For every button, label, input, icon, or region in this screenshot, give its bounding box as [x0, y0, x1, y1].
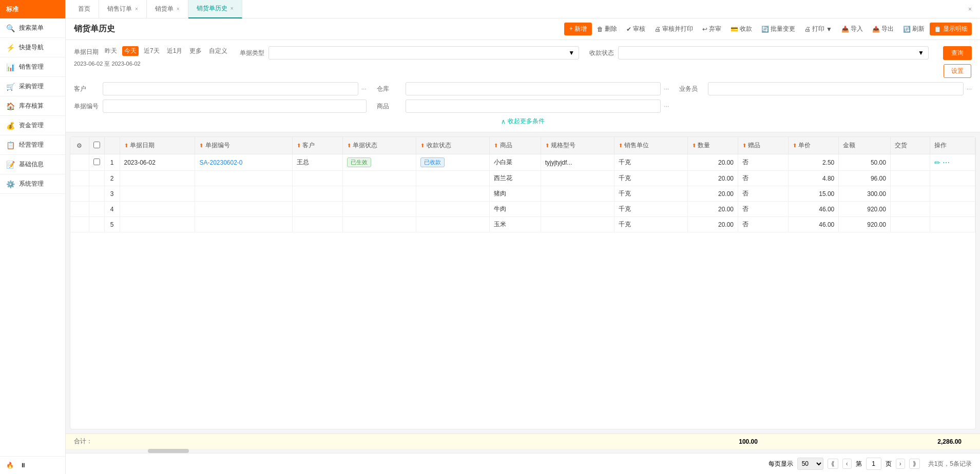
delete-button[interactable]: 🗑 删除: [593, 23, 621, 35]
staff-ellipsis[interactable]: ···: [967, 85, 972, 92]
sidebar-item-purchase-mgmt[interactable]: 🛒 采购管理: [0, 77, 65, 96]
table-header-spec[interactable]: ⬆ 规格型号: [541, 137, 614, 154]
clipboard-icon: 📋: [6, 141, 15, 149]
row-check[interactable]: [89, 154, 104, 171]
row-check[interactable]: [89, 171, 104, 186]
collect-button[interactable]: 💳 收款: [726, 23, 756, 35]
refresh-button[interactable]: 🔃 刷新: [899, 23, 929, 35]
tab-home[interactable]: 首页: [70, 0, 99, 18]
batch-change-button[interactable]: 🔄 批量变更: [757, 23, 799, 35]
next-page-button[interactable]: ›: [896, 459, 905, 469]
customer-input[interactable]: [103, 82, 358, 95]
goods-input[interactable]: [406, 100, 661, 113]
date-shortcut-today[interactable]: 今天: [122, 46, 139, 56]
tab-sales-delivery[interactable]: 销货单 ×: [147, 0, 188, 18]
scrollbar-thumb[interactable]: [148, 449, 189, 453]
sidebar-item-sys-mgmt[interactable]: ⚙️ 系统管理: [0, 174, 65, 194]
prev-page-button[interactable]: ‹: [842, 459, 852, 469]
pay-status-badge: 已收款: [420, 157, 445, 167]
footer-total-qty: 100.00: [710, 438, 786, 445]
date-shortcut-yesterday[interactable]: 昨天: [103, 46, 119, 56]
sidebar-item-sales-mgmt[interactable]: 📊 销售管理: [0, 57, 65, 77]
pause-icon[interactable]: ⏸: [20, 462, 26, 469]
doc-no-link[interactable]: SA-20230602-0: [199, 159, 242, 166]
date-shortcut-more[interactable]: 更多: [187, 46, 204, 56]
select-all-checkbox[interactable]: [93, 142, 100, 148]
more-icon[interactable]: ⋯: [943, 159, 950, 167]
horizontal-scrollbar[interactable]: [66, 449, 980, 453]
goods-ellipsis[interactable]: ···: [664, 103, 669, 110]
audit-button[interactable]: ✔ 审核: [622, 23, 649, 35]
new-button[interactable]: + 新增: [564, 23, 592, 35]
page-number-input[interactable]: [866, 458, 881, 470]
table-header-doc-no[interactable]: ⬆ 单据编号: [195, 137, 292, 154]
row-doc-no[interactable]: [195, 217, 292, 232]
row-checkbox[interactable]: [93, 159, 100, 165]
table-header-date[interactable]: ⬆ 单据日期: [120, 137, 195, 154]
table-header-check[interactable]: [89, 137, 104, 154]
sidebar-item-ops-mgmt[interactable]: 📋 经营管理: [0, 135, 65, 155]
show-detail-button[interactable]: 📋 显示明细: [930, 23, 972, 35]
sidebar-item-finance-mgmt[interactable]: 💰 资金管理: [0, 116, 65, 135]
tab-close-icon[interactable]: ×: [135, 6, 138, 12]
table-header-gear[interactable]: ⚙: [70, 137, 89, 154]
warehouse-ellipsis[interactable]: ···: [664, 85, 669, 92]
table-header-doc-status[interactable]: ⬆ 单据状态: [343, 137, 416, 154]
row-doc-no[interactable]: SA-20230602-0: [195, 154, 292, 171]
doc-type-select[interactable]: ▼: [268, 46, 579, 60]
row-customer: [292, 171, 342, 186]
collapse-filter-button[interactable]: ∧ 收起更多条件: [74, 117, 972, 126]
sort-icon: ⬆: [742, 143, 746, 148]
doc-no-input[interactable]: [103, 100, 367, 113]
fire-icon[interactable]: 🔥: [6, 462, 14, 469]
table-header-price[interactable]: ⬆ 单价: [789, 137, 839, 154]
table-header-pay-status[interactable]: ⬆ 收款状态: [416, 137, 490, 154]
row-price: 2.50: [789, 154, 839, 171]
customer-ellipsis[interactable]: ···: [361, 85, 367, 92]
staff-input[interactable]: [708, 82, 964, 95]
warehouse-input[interactable]: [406, 82, 661, 95]
row-doc-no[interactable]: [195, 171, 292, 186]
row-check[interactable]: [89, 186, 104, 202]
row-doc-no[interactable]: [195, 202, 292, 217]
tab-sales-history[interactable]: 销货单历史 ×: [188, 0, 242, 18]
sidebar-item-quick-nav[interactable]: ⚡ 快捷导航: [0, 38, 65, 57]
abandon-button[interactable]: ↩ 弃审: [698, 23, 725, 35]
tab-close-icon[interactable]: ×: [177, 6, 180, 12]
sort-icon: ⬆: [619, 143, 623, 148]
row-check[interactable]: [89, 217, 104, 232]
table-header-gift[interactable]: ⬆ 赠品: [738, 137, 788, 154]
date-shortcut-custom[interactable]: 自定义: [207, 46, 229, 56]
query-button[interactable]: 查询: [943, 46, 972, 60]
edit-icon[interactable]: ✏: [934, 159, 940, 167]
sidebar-item-inventory[interactable]: 🏠 库存核算: [0, 96, 65, 116]
payment-status-select[interactable]: ▼: [618, 46, 929, 60]
row-gift: 否: [738, 217, 788, 232]
table-header-qty[interactable]: ⬆ 数量: [687, 137, 738, 154]
date-shortcut-7days[interactable]: 近7天: [142, 46, 162, 56]
row-doc-no[interactable]: [195, 186, 292, 202]
table-row: 2 西兰花 千克 20.00 否 4.80 96.00: [70, 171, 975, 186]
row-spec: tyjyjtyjdf...: [541, 154, 614, 171]
table-header-unit[interactable]: ⬆ 销售单位: [614, 137, 687, 154]
sidebar-item-search-menu[interactable]: 🔍 搜索菜单: [0, 18, 65, 38]
audit-print-button[interactable]: 🖨 审核并打印: [650, 23, 697, 35]
last-page-button[interactable]: ⟫: [909, 459, 920, 469]
set-button[interactable]: 设置: [944, 64, 971, 78]
total-info: 共1页，5条记录: [928, 460, 972, 468]
table-header-customer[interactable]: ⬆ 客户: [292, 137, 342, 154]
date-shortcut-1month[interactable]: 近1月: [165, 46, 185, 56]
close-all-tabs-button[interactable]: ×: [964, 6, 976, 13]
import-button[interactable]: 📥 导入: [837, 23, 867, 35]
sidebar-item-basic-info[interactable]: 📝 基础信息: [0, 155, 65, 174]
row-customer: [292, 217, 342, 232]
print-button[interactable]: 🖨 打印 ▼: [800, 23, 836, 35]
first-page-button[interactable]: ⟪: [828, 459, 838, 469]
table-header-goods[interactable]: ⬆ 商品: [490, 137, 541, 154]
tab-sales-order[interactable]: 销售订单 ×: [99, 0, 147, 18]
export-button[interactable]: 📤 导出: [868, 23, 898, 35]
row-qty: 20.00: [687, 171, 738, 186]
row-check[interactable]: [89, 202, 104, 217]
per-page-select[interactable]: 50 100 200: [797, 458, 823, 470]
tab-close-icon[interactable]: ×: [230, 6, 234, 11]
